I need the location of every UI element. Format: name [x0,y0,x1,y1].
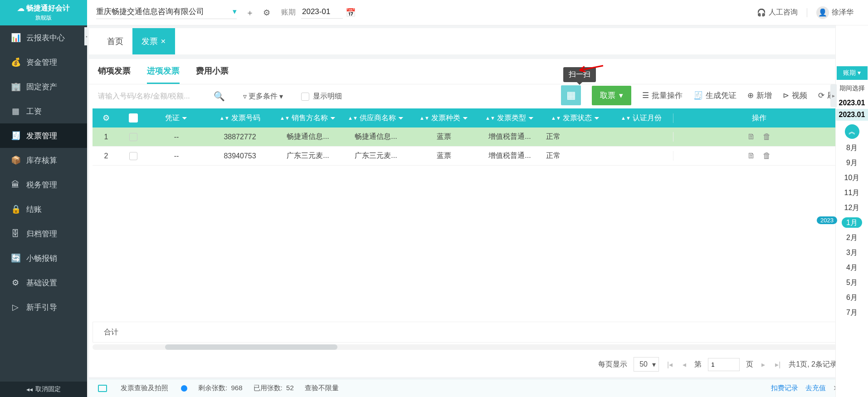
search-icon[interactable]: 🔍 [214,91,225,102]
rail-month-12月[interactable]: 12月 [836,201,868,216]
sidebar-item-1[interactable]: 💰资金管理 [0,50,87,74]
sort-icon[interactable]: ▲▼ [485,117,495,120]
filter-icon[interactable]: ⏷ [330,114,336,122]
get-invoice-button[interactable]: 取票▾ [592,86,631,105]
search-input[interactable] [98,92,214,100]
sort-icon[interactable]: ▲▼ [621,117,631,120]
sidebar-item-3[interactable]: ▦工资 [0,99,87,123]
sidebar-unpin[interactable]: ◂◂ 取消固定 [0,382,87,397]
filter-icon[interactable]: ⏷ [181,114,188,122]
rail-period-button[interactable]: 账期 ▾ [837,66,868,80]
scrollbar-thumb[interactable] [165,344,337,350]
scan-qr-button[interactable]: ▦ [561,85,581,105]
period-value[interactable]: 2023-01 [301,6,343,19]
page-next-icon[interactable]: ▸ [760,360,767,369]
show-detail-toggle[interactable]: 显示明细 [301,92,342,101]
filter-icon[interactable]: ⏷ [462,114,468,122]
sidebar-item-9[interactable]: 🔄小畅报销 [0,246,87,270]
rail-month-6月[interactable]: 6月 [836,290,868,305]
page-last-icon[interactable]: ▸| [773,360,782,369]
tab-1[interactable]: 发票✕ [132,28,175,54]
charge-log-link[interactable]: 扣费记录 [771,384,798,392]
col-seller[interactable]: ▲▼销售方名称⏷ [274,113,342,123]
company-selector[interactable]: 重庆畅捷交通信息咨询有限公司 ▾ [96,6,237,19]
sub-tab-0[interactable]: 销项发票 [98,65,131,84]
sort-icon[interactable]: ▲▼ [419,117,429,120]
col-invoice-no[interactable]: ▲▼发票号码 [206,113,274,123]
h-scrollbar[interactable] [93,344,844,350]
consult-button[interactable]: 🎧 人工咨询 [757,8,798,17]
col-kind[interactable]: ▲▼发票种类⏷ [410,113,478,123]
row-checkbox[interactable] [120,133,147,141]
checkbox-icon[interactable] [301,93,309,101]
gen-voucher-action[interactable]: 🧾生成凭证 [693,90,736,101]
add-action[interactable]: ⊕新增 [747,90,772,101]
sub-tab-2[interactable]: 费用小票 [196,65,229,84]
rail-month-7月[interactable]: 7月 [836,305,868,320]
checkbox-icon[interactable] [129,113,138,123]
rail-scroll-up[interactable]: ︽ [845,124,859,139]
table-row[interactable]: 2 -- 83940753 广东三元麦... 广东三元麦... 蓝票 增值税普通… [93,147,844,166]
sort-icon[interactable]: ▲▼ [551,117,561,120]
delete-icon[interactable]: 🗑 [763,151,771,161]
close-icon[interactable]: ✕ [161,38,166,45]
sort-icon[interactable]: ▲▼ [219,117,229,120]
rail-year-end[interactable]: 2023.01 [836,109,868,121]
batch-action[interactable]: ☰批量操作 [642,90,683,101]
rail-month-10月[interactable]: 10月 [836,171,868,186]
rail-month-4月[interactable]: 4月 [836,260,868,275]
more-filters[interactable]: ▿ 更多条件 ▾ [243,92,283,101]
search-box[interactable]: 🔍 [98,91,225,102]
col-settings[interactable]: ⚙ [93,113,120,123]
recharge-link[interactable]: 去充值 [805,384,826,392]
col-type[interactable]: ▲▼发票类型⏷ [478,113,541,123]
gear-icon[interactable]: ⚙ [263,8,270,18]
filter-icon[interactable]: ⏷ [528,114,534,122]
rail-month-1月[interactable]: 20231月 [836,216,868,230]
rail-month-5月[interactable]: 5月 [836,275,868,290]
filter-icon[interactable]: ⏷ [594,114,600,122]
sidebar-item-2[interactable]: 🏢固定资产 [0,74,87,99]
sidebar-item-7[interactable]: 🔒结账 [0,197,87,221]
col-supplier[interactable]: ▲▼供应商名称⏷ [342,113,410,123]
rail-year-start[interactable]: 2023.01 [836,97,868,109]
info-badge-icon[interactable] [181,385,187,392]
user-menu[interactable]: 👤 徐泽华 [816,6,853,19]
rail-month-8月[interactable]: 8月 [836,141,868,156]
sidebar-item-5[interactable]: 📦库存核算 [0,148,87,172]
rail-collapse-handle[interactable]: ▸ [830,84,837,107]
video-action[interactable]: ⊳视频 [783,90,807,101]
per-page-select[interactable]: 50 ▾ [634,357,659,372]
add-icon[interactable]: ＋ [246,7,254,18]
calendar-icon[interactable]: 📅 [346,8,356,18]
sidebar-item-6[interactable]: 🏛税务管理 [0,172,87,197]
sidebar-item-4[interactable]: 🧾发票管理 [0,123,87,148]
checkbox-icon[interactable] [129,152,137,160]
row-checkbox[interactable] [120,152,147,160]
rail-month-11月[interactable]: 11月 [836,186,868,201]
view-icon[interactable]: 🗎 [747,132,756,142]
sidebar-item-11[interactable]: ▷新手引导 [0,295,87,319]
tab-0[interactable]: 首页 [98,28,132,54]
col-voucher[interactable]: 凭证⏷ [147,113,206,123]
sidebar-item-10[interactable]: ⚙基础设置 [0,270,87,295]
page-first-icon[interactable]: |◂ [665,360,674,369]
view-icon[interactable]: 🗎 [747,151,756,161]
sort-icon[interactable]: ▲▼ [280,117,290,120]
filter-icon[interactable]: ⏷ [398,114,404,122]
rail-month-9月[interactable]: 9月 [836,156,868,171]
rail-month-2月[interactable]: 2月 [836,230,868,245]
sidebar-item-0[interactable]: 📊云报表中心 [0,25,87,50]
sidebar-item-8[interactable]: 🗄归档管理 [0,221,87,246]
col-status[interactable]: ▲▼发票状态⏷ [541,113,610,123]
col-month[interactable]: ▲▼认证月份 [610,113,673,123]
rail-month-3月[interactable]: 3月 [836,245,868,260]
page-prev-icon[interactable]: ◂ [681,360,688,369]
checkbox-icon[interactable] [129,133,137,141]
delete-icon[interactable]: 🗑 [763,132,771,142]
page-input[interactable] [708,358,740,371]
sub-tab-1[interactable]: 进项发票 [147,65,180,84]
sort-icon[interactable]: ▲▼ [348,117,358,120]
col-select-all[interactable] [120,113,147,123]
table-row[interactable]: 1 -- 38872772 畅捷通信息... 畅捷通信息... 蓝票 增值税普通… [93,127,844,147]
